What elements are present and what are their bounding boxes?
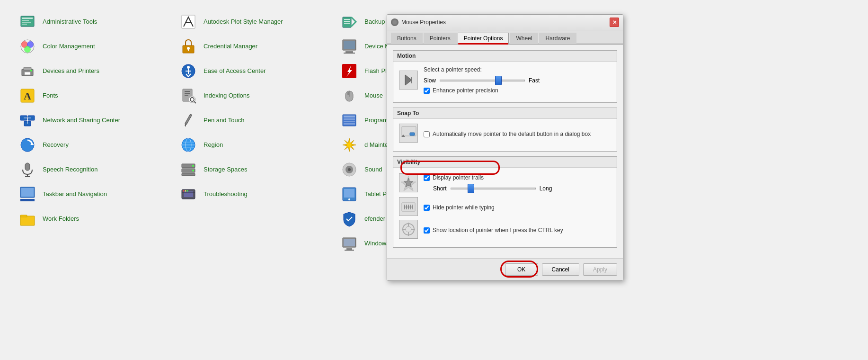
dialog-title-text: Mouse Properties [401, 19, 446, 26]
tab-wheel[interactable]: Wheel [510, 33, 538, 44]
svg-rect-29 [20, 216, 35, 225]
fonts-label: Fonts [43, 92, 58, 100]
svg-point-59 [192, 165, 194, 167]
cancel-button[interactable]: Cancel [542, 263, 579, 276]
devices-printers-icon [18, 62, 37, 81]
cp-item-taskbar-nav[interactable]: Taskbar and Navigation [14, 182, 175, 207]
cp-item-autodesk[interactable]: Autodesk Plot Style Manager [175, 9, 336, 34]
svg-rect-74 [344, 53, 355, 54]
hide-typing-label: Hide pointer while typing [433, 204, 495, 211]
apply-button[interactable]: Apply [583, 263, 617, 276]
svg-rect-97 [410, 133, 415, 135]
snap-to-body: Automatically move pointer to the defaul… [393, 119, 617, 151]
svg-rect-43 [185, 91, 190, 92]
svg-rect-67 [343, 17, 351, 27]
svg-rect-35 [188, 48, 189, 51]
cp-item-admin-tools[interactable]: Administrative Tools [14, 9, 175, 34]
svg-point-65 [185, 190, 186, 192]
programs-features-icon [340, 111, 359, 130]
speed-slider-bg [440, 80, 525, 81]
speed-slider[interactable] [440, 76, 525, 85]
fonts-icon: A [18, 86, 37, 105]
autodesk-label: Autodesk Plot Style Manager [204, 18, 283, 26]
cp-item-region[interactable]: Region [175, 133, 336, 157]
svg-point-64 [183, 190, 185, 192]
trails-slider-thumb[interactable] [468, 184, 474, 193]
mouse-properties-dialog: Mouse Properties ✕ Buttons Pointers Poin… [387, 14, 623, 281]
visibility-title: Visibility [393, 157, 617, 168]
mouse-icon [340, 86, 359, 105]
dialog-content: Motion Select a pointer speed: S [387, 45, 623, 258]
cp-item-recovery[interactable]: Recovery [14, 133, 175, 157]
tab-hardware[interactable]: Hardware [539, 33, 576, 44]
credential-manager-label: Credential Manager [204, 43, 257, 51]
svg-rect-73 [345, 51, 353, 53]
maintenance-icon [340, 135, 359, 154]
speech-recognition-label: Speech Recognition [43, 166, 97, 174]
precision-checkbox[interactable] [424, 88, 430, 94]
devices-printers-label: Devices and Printers [43, 67, 99, 75]
cp-item-devices-printers[interactable]: Devices and Printers [14, 59, 175, 83]
trails-slider-row: Short Long [433, 184, 611, 193]
show-location-checkbox[interactable] [424, 227, 430, 234]
trails-slider[interactable] [451, 184, 536, 193]
svg-rect-2 [22, 20, 29, 21]
recovery-label: Recovery [43, 141, 69, 149]
auto-move-label: Automatically move pointer to the defaul… [433, 131, 591, 137]
svg-rect-88 [344, 189, 354, 198]
taskbar-nav-label: Taskbar and Navigation [43, 190, 107, 198]
motion-controls: Select a pointer speed: Slow Fast [424, 66, 540, 94]
cp-item-pen-touch[interactable]: Pen and Touch [175, 108, 336, 133]
svg-marker-94 [405, 75, 412, 85]
visibility-body: Display pointer trails Short Long [393, 168, 617, 247]
cp-item-storage-spaces[interactable]: Storage Spaces [175, 157, 336, 182]
short-label: Short [433, 185, 447, 192]
visibility-section: Visibility Displa [393, 156, 617, 248]
show-location-icon [399, 220, 418, 239]
svg-rect-27 [20, 199, 35, 201]
fast-label: Fast [529, 77, 540, 84]
cp-item-speech-recognition[interactable]: Speech Recognition [14, 157, 175, 182]
troubleshooting-icon [179, 185, 198, 204]
svg-point-109 [406, 226, 411, 232]
storage-spaces-label: Storage Spaces [204, 166, 248, 174]
svg-point-8 [24, 46, 31, 53]
speech-recognition-icon [18, 160, 37, 179]
svg-rect-11 [25, 72, 30, 75]
svg-rect-92 [346, 248, 352, 250]
indexing-options-icon [179, 86, 198, 105]
svg-rect-4 [22, 24, 27, 25]
svg-point-89 [348, 198, 350, 200]
cp-item-credential-manager[interactable]: Credential Manager [175, 34, 336, 59]
cp-item-ease-access[interactable]: Ease of Access Center [175, 59, 336, 83]
cp-item-fonts[interactable]: A Fonts [14, 83, 175, 108]
network-sharing-icon [18, 111, 37, 130]
dialog-close-button[interactable]: ✕ [610, 18, 619, 27]
tab-buttons[interactable]: Buttons [391, 33, 423, 44]
cp-item-troubleshooting[interactable]: Troubleshooting [175, 182, 336, 207]
tablet-settings-icon [340, 185, 359, 204]
svg-rect-93 [345, 250, 354, 251]
svg-point-60 [192, 170, 194, 171]
hide-typing-checkbox[interactable] [424, 205, 430, 211]
admin-tools-label: Administrative Tools [43, 18, 97, 26]
ease-access-label: Ease of Access Center [204, 67, 266, 75]
snap-to-section: Snap To Automatically move poin [393, 108, 617, 152]
cp-item-network-sharing[interactable]: Network and Sharing Center [14, 108, 175, 133]
network-sharing-label: Network and Sharing Center [43, 117, 120, 125]
trails-row: Display pointer trails Short Long [399, 172, 611, 193]
windows-mobility-icon [340, 234, 359, 253]
tab-pointer-options[interactable]: Pointer Options [458, 33, 509, 44]
cp-item-color-management[interactable]: Color Management [14, 34, 175, 59]
trails-checkbox[interactable] [424, 175, 430, 181]
snap-icon [399, 124, 418, 143]
ok-button[interactable]: OK [505, 263, 538, 276]
speed-slider-thumb[interactable] [495, 76, 502, 85]
cp-item-indexing-options[interactable]: Indexing Options [175, 83, 336, 108]
auto-move-checkbox[interactable] [424, 131, 430, 137]
tab-pointers[interactable]: Pointers [424, 33, 457, 44]
dialog-tabs: Buttons Pointers Pointer Options Wheel H… [387, 30, 623, 45]
svg-rect-10 [24, 67, 31, 70]
show-location-checkbox-row: Show location of pointer when I press th… [424, 227, 563, 234]
cp-item-work-folders[interactable]: Work Folders [14, 207, 175, 231]
